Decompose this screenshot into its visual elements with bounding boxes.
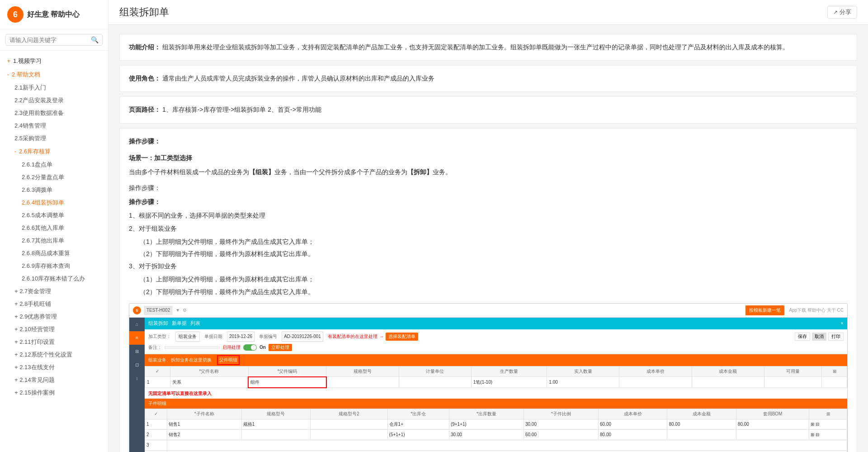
video-label: 1.视频学习 (13, 57, 42, 65)
sidebar-item-mobile[interactable]: + 2.8手机旺铺 (0, 298, 108, 310)
close-icon[interactable]: × (841, 319, 844, 328)
toggle-switch[interactable] (243, 344, 257, 351)
top-table-container: ✓ *父件名称 *父件编码 规格型号 计量单位 生产数量 实入数量 成本单价 成 (145, 366, 847, 388)
inner-logo: 6 (133, 306, 141, 314)
annotation4-text: 无固定清单可以直接在这里录入 (148, 390, 212, 398)
topbar: 组装拆卸单 ↗ 分享 (108, 0, 868, 25)
share-icon: ↗ (833, 9, 838, 15)
confirm-btn[interactable]: 立即处理 (269, 344, 292, 351)
sidebar-item-goods-cost[interactable]: 2.6.8商品成本重算 (0, 247, 108, 260)
sidebar-item-other-in[interactable]: 2.6.6其他入库单 (0, 222, 108, 234)
sidebar-item-assembly[interactable]: 2.6.4组装拆卸单 (0, 196, 108, 209)
sidebar-item-biz[interactable]: + 2.10经营管理 (0, 323, 108, 336)
share-button[interactable]: ↗ 分享 (827, 6, 857, 19)
sidebar-item-faq[interactable]: + 2.14常见问题 (0, 374, 108, 386)
sidebar-item-cost-adjust[interactable]: 2.6.5成本调整单 (0, 209, 108, 222)
main-area: 组装拆卸单 ↗ 分享 功能介绍： 组装拆卸单用来处理企业组装或拆卸等加工业务，支… (108, 0, 868, 452)
role-body: 通常由生产人员或库管人员完成拆装业务的操作，库管人员确认原材料的出库和产成品的入… (162, 75, 434, 82)
sidebar-item-stock-ledger[interactable]: 2.6.9库存账本查询 (0, 260, 108, 272)
app-name: 好生意 帮助中心 (27, 10, 80, 19)
inner-teal-header: 组装拆卸 新单据 列表 × (145, 318, 847, 329)
inventory-label: 2.6库存核算 (19, 147, 51, 156)
sub-section-header: 子件明细 (145, 399, 847, 409)
sidebar-item-adjust[interactable]: 2.6.3调拨单 (0, 184, 108, 196)
cancel-btn[interactable]: 取消 (812, 333, 826, 341)
step1: 1、根据不同的业务，选择不同单据的类型来处理 (129, 210, 848, 221)
inventory-prefix: - (14, 148, 16, 155)
path-body: 1、库存核算->库存管理->组装拆卸单 2、首页->常用功能 (162, 106, 321, 113)
nav-tree: + 1.视频学习 - 2.帮助文档 2.1新手入门 2.2产品安装及登录 2.3… (0, 51, 108, 452)
sidebar-item-partial-stocktake[interactable]: 2.6.2分量盘点单 (0, 171, 108, 184)
bottom-table: ✓ *子件名称 规格型号 规格型号2 *出库仓 *出库数量 *子件比例 成本单价 (145, 409, 847, 452)
assembly-select-btn[interactable]: 选择装配清单 (386, 333, 418, 341)
sidebar-item-stocktake[interactable]: 2.6.1盘点单 (0, 158, 108, 171)
sidebar-item-video[interactable]: + 1.视频学习 (0, 54, 108, 68)
content-area: 功能介绍： 组装拆卸单用来处理企业组装或拆卸等加工业务，支持有固定装配清单的产品… (108, 25, 868, 452)
sidebar-item-case[interactable]: + 2.15操作案例 (0, 386, 108, 399)
sidebar-item-purchase[interactable]: 2.5采购管理 (0, 132, 108, 145)
sidebar-item-stock-error[interactable]: 2.6.10库存账本错了么办 (0, 272, 108, 285)
sidebar-item-coupon[interactable]: + 2.9优惠券管理 (0, 310, 108, 323)
docs-prefix: - (7, 71, 9, 78)
sidebar-item-other-out[interactable]: 2.6.7其他出库单 (0, 234, 108, 247)
doc-title: 组装拆卸 (148, 319, 168, 328)
table-row: 1 关系 组件 1笔(1-10) 1.00 (145, 377, 847, 388)
role-card: 使用角色： 通常由生产人员或库管人员完成拆装业务的操作，库管人员确认原材料的出库… (119, 65, 857, 92)
sidebar-icon-4: ⊡ (129, 358, 145, 372)
save-btn[interactable]: 保存 (795, 333, 810, 341)
bottom-table-row-1: 1 销售1 规格1 仓库1+ (9+1+1) 30.00 60.00 80.0 (145, 419, 847, 429)
intro-body: 组装拆卸单用来处理企业组装或拆卸等加工业务，支持有固定装配清单的产品加工业务，也… (162, 43, 789, 51)
scene1-label: 场景一：加工类型选择 (129, 152, 848, 164)
page-title: 组装拆卸单 (119, 5, 169, 19)
step2-sub2: （2）下部明细为子件明细，最终作为原材料生成其它出库单。 (140, 248, 848, 260)
search-box[interactable]: 🔍 (5, 34, 103, 46)
new-btn[interactable]: 按模板新建一笔 (745, 305, 784, 315)
step2: 2、对于组装业务 (129, 223, 848, 234)
sidebar-icon-3: ⊞ (129, 345, 145, 358)
path-text: 页面路径： 1、库存核算->库存管理->组装拆卸单 2、首页->常用功能 (129, 104, 848, 115)
search-input[interactable] (9, 37, 91, 43)
sidebar-item-online-pay[interactable]: + 2.13在线支付 (0, 361, 108, 374)
search-button[interactable]: 🔍 (91, 36, 99, 43)
sidebar-icon-home: ⌂ (129, 318, 145, 331)
intro-card: 功能介绍： 组装拆卸单用来处理企业组装或拆卸等加工业务，支持有固定装配清单的产品… (119, 34, 857, 61)
sidebar-item-install[interactable]: 2.2产品安装及登录 (0, 94, 108, 107)
intro-text: 功能介绍： 组装拆卸单用来处理企业组装或拆卸等加工业务，支持有固定装配清单的产品… (129, 42, 848, 53)
sidebar-item-data[interactable]: 2.3使用前数据准备 (0, 107, 108, 119)
scene1-desc: 当由多个子件材料组装成一个成品的业务为【组装】业务，当由一个父件拆分成多个子产品… (129, 167, 848, 178)
step3-sub1: （1）上部明细为父件明细，最终作为原材料生成其它出库单； (140, 274, 848, 285)
test-badge: TEST-H002 (144, 306, 173, 315)
intro-label: 功能介绍： (129, 43, 160, 51)
sidebar-item-finance[interactable]: + 2.7资金管理 (0, 285, 108, 298)
bottom-table-row-3: 3 (145, 440, 847, 450)
inner-form: 加工类型： 组装业务 单据日期 2019-12-26 单据编号 AD-20191… (145, 329, 847, 354)
step3-sub2: （2）下部明细为子件明细，最终作为产成品生成其它入库单。 (140, 286, 848, 298)
role-label: 使用角色： (129, 75, 160, 82)
screenshot-mockup: 6 TEST-H002 ▼ ⚙ 按模板新建一笔 App下载 帮助中心 关于 CC… (129, 303, 848, 452)
video-prefix: + (7, 58, 10, 64)
sidebar-item-sales[interactable]: 2.4销售管理 (0, 119, 108, 132)
inner-topbar: 6 TEST-H002 ▼ ⚙ 按模板新建一笔 App下载 帮助中心 关于 CC (129, 304, 847, 318)
path-label: 页面路径： (129, 106, 160, 113)
bottom-table-container: ✓ *子件名称 规格型号 规格型号2 *出库仓 *出库数量 *子件比例 成本单价 (145, 409, 847, 452)
sidebar-item-print[interactable]: + 2.11打印设置 (0, 336, 108, 348)
sidebar-icon-5: ↕ (129, 372, 145, 385)
section-type-header: 组装业务、拆卸业务在这里切换 父件明细 (145, 354, 847, 366)
inner-content: ⌂ ≡ ⊞ ⊡ ↕ 组装拆卸 新单据 列表 (129, 318, 847, 452)
steps-card: 操作步骤： 场景一：加工类型选择 当由多个子件材料组装成一个成品的业务为【组装】… (119, 128, 857, 452)
print-btn[interactable]: 打印 (828, 333, 844, 341)
sidebar-item-system[interactable]: + 2.12系统个性化设置 (0, 348, 108, 361)
bottom-table-row-2: 2 销售2 (5+1+1) 30.00 60.00 80.00 (145, 429, 847, 440)
ops-label: 操作步骤： (129, 136, 848, 147)
sidebar-item-docs[interactable]: - 2.帮助文档 (0, 68, 108, 81)
sidebar: 6 好生意 帮助中心 🔍 + 1.视频学习 - 2.帮助文档 2.1新手入门 2… (0, 0, 108, 452)
sidebar-item-newbie[interactable]: 2.1新手入门 (0, 81, 108, 94)
step2-sub1: （1）上部明细为父件明细，最终作为产成品生成其它入库单； (140, 236, 848, 247)
steps-list: 1、根据不同的业务，选择不同单据的类型来处理 2、对于组装业务 （1）上部明细为… (129, 210, 848, 298)
inner-main: 组装拆卸 新单据 列表 × 加工类型： 组装业务 单据日期 (145, 318, 847, 452)
annotation3-text: 组装业务、拆卸业务在这里切换 (148, 356, 212, 364)
on-label: On (259, 343, 266, 352)
top-table: ✓ *父件名称 *父件编码 规格型号 计量单位 生产数量 实入数量 成本单价 成 (145, 366, 847, 388)
inner-sidebar: ⌂ ≡ ⊞ ⊡ ↕ (129, 318, 145, 452)
sidebar-item-inventory[interactable]: - 2.6库存核算 (0, 145, 108, 158)
